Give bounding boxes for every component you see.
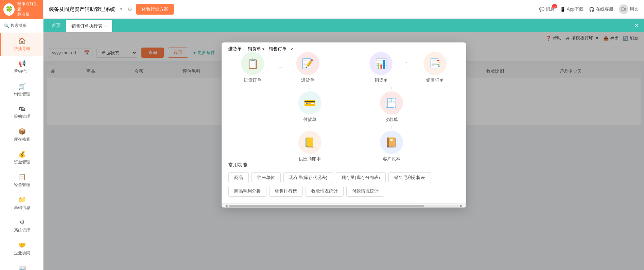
- search-menu-button[interactable]: 🔍 搜索菜单: [3, 21, 40, 30]
- flow-item-sales-bill[interactable]: 📊 销货单: [369, 52, 393, 83]
- sidebar-item-basic[interactable]: 📁 基础信息: [0, 192, 43, 215]
- basic-icon: 📁: [18, 196, 26, 203]
- flow-col-receipt: 🧾 收款单: [364, 91, 419, 123]
- tab-home[interactable]: 首页: [46, 19, 66, 32]
- topbar: 装备及固定资产辅助管理系统 ▼ ⚙ 体验行业方案 💬 消息 5 📱 App下载 …: [43, 0, 644, 19]
- arrow-purchase-order-to-bill: →: [277, 64, 283, 71]
- sidebar-item-finance[interactable]: 💰 资金管理: [0, 146, 43, 169]
- payment-icon: 💳: [304, 97, 316, 109]
- flow-item-payment[interactable]: 💳 付款单: [298, 91, 321, 123]
- down-arrow-payment: ↓: [309, 123, 311, 131]
- logo-icon: 🍀: [3, 3, 15, 16]
- dropdown-arrow-icon[interactable]: ▼: [119, 7, 123, 12]
- app-download-action[interactable]: 📱 App下载: [560, 6, 584, 12]
- func-btn-product-profit[interactable]: 商品毛利分析: [228, 186, 266, 197]
- enterprise-icon: 🤝: [18, 241, 26, 249]
- message-icon: 💬: [539, 7, 544, 12]
- flow-diagram: 进货单 ... 销货单 <-- 销售订单 --> 📋 进货订单: [222, 42, 466, 162]
- v-arrow-purchase-bill: ↓: [283, 83, 337, 91]
- func-btn-partner[interactable]: 往来单位: [251, 172, 281, 183]
- purchase-bill-label: 进货单: [301, 77, 314, 83]
- payment-label: 付款单: [303, 116, 316, 123]
- trial-button[interactable]: 体验行业方案: [136, 4, 174, 15]
- receipt-icon: 🧾: [385, 97, 397, 109]
- sales-icon: 🛒: [18, 83, 26, 90]
- common-functions-title: 常用功能: [228, 162, 459, 168]
- flow-item-receipt[interactable]: 🧾 收款单: [380, 91, 403, 123]
- func-btn-stock-dist[interactable]: 现存量(库存分布表): [336, 172, 386, 183]
- download-icon: 📱: [560, 7, 565, 12]
- scrollbar-track[interactable]: [229, 205, 459, 207]
- tab-close-icon[interactable]: ×: [104, 24, 107, 29]
- payment-circle: 💳: [298, 91, 321, 114]
- flow-item-supplier-book[interactable]: 📒 供应商账本: [298, 131, 321, 162]
- main-area: 装备及固定资产辅助管理系统 ▼ ⚙ 体验行业方案 💬 消息 5 📱 App下载 …: [43, 0, 644, 270]
- flow-col-payment: 💳 付款单: [283, 91, 337, 123]
- flow-col-purchase-bill: 📝 进货单: [283, 52, 332, 83]
- supplier-book-label: 供应商账本: [299, 156, 321, 162]
- sales-bill-label: 销货单: [375, 77, 388, 83]
- flow-col-sales-order: 📑 销售订单: [411, 52, 459, 83]
- marketing-icon: 📢: [18, 60, 26, 67]
- receipt-circle: 🧾: [380, 91, 403, 114]
- flow-col-supplier-book: 📒 供应商账本: [283, 131, 337, 162]
- flow-item-purchase-bill[interactable]: 📝 进货单: [296, 52, 319, 83]
- modal-dialog: 进货单 ... 销货单 <-- 销售订单 --> 📋 进货订单: [222, 42, 466, 208]
- func-btn-sales-profit[interactable]: 销售毛利分析表: [388, 172, 431, 183]
- scroll-left-arrow[interactable]: ◀: [224, 204, 229, 208]
- customer-book-icon: 📔: [385, 137, 397, 148]
- flow-row-1: 📋 进货订单 → 📝: [228, 52, 459, 83]
- sales-order-icon: 📑: [429, 58, 441, 69]
- func-btn-receipt-stats[interactable]: 收款情况统计: [306, 186, 344, 197]
- tabbar-close-icon[interactable]: ✕: [631, 21, 641, 30]
- guide-icon: 📖: [18, 264, 26, 270]
- flow-item-purchase-order[interactable]: 📋 进货订单: [241, 52, 264, 83]
- user-action[interactable]: Ea 用友: [619, 4, 639, 14]
- sidebar-nav: 🏠 快捷导航 📢 营销推广 🛒 销售管理 🛍 采购管理 📦 库存核算 💰: [0, 33, 43, 270]
- scroll-right-arrow[interactable]: ▶: [459, 204, 464, 208]
- settings-gear-icon[interactable]: ⚙: [127, 6, 132, 13]
- tab-sales-exec[interactable]: 销售订单执行表 ×: [66, 20, 112, 32]
- sidebar: 🍀 畅康通好生意 标准版 🔍 搜索菜单 🏠 快捷导航 📢 营销推广 🛒: [0, 0, 43, 270]
- flow-row-3: 📒 供应商账本 📔: [283, 131, 459, 162]
- arrow-sales-order-to-bill: - - ←: [405, 59, 411, 76]
- online-service-action[interactable]: 🎧 在线客服: [589, 6, 613, 12]
- sales-order-circle: 📑: [423, 52, 447, 75]
- flow-item-sales-order[interactable]: 📑 销售订单: [423, 52, 447, 83]
- flow-item-customer-book[interactable]: 📔 客户账本: [380, 131, 403, 162]
- func-btn-payment-stats[interactable]: 付款情况统计: [346, 186, 384, 197]
- content-area: ❓ 帮助 🖨 按模板打印 ▼ 📤 导出 🔄 刷新: [43, 32, 644, 270]
- flow-col-purchase-order: 📋 进货订单: [228, 52, 277, 83]
- sidebar-item-guide[interactable]: 📖 新手引导: [0, 260, 43, 270]
- sidebar-item-system[interactable]: ⚙ 系统管理: [0, 215, 43, 237]
- message-action[interactable]: 💬 消息 5: [539, 6, 555, 12]
- sidebar-item-inventory[interactable]: 📦 库存核算: [0, 124, 43, 146]
- system-icon: ⚙: [19, 219, 25, 226]
- modal-scrollbar: ◀ ▶: [222, 203, 466, 208]
- flow-row-arrows-2: ↓ ↓: [283, 123, 459, 131]
- purchase-icon: 🛍: [19, 105, 25, 112]
- sidebar-item-sales[interactable]: 🛒 销售管理: [0, 78, 43, 101]
- func-btn-sales-rank[interactable]: 销售排行榜: [269, 186, 303, 197]
- down-arrow-sales: ↓: [390, 83, 393, 91]
- sidebar-item-enterprise[interactable]: 🤝 企业协同: [0, 237, 43, 260]
- supplier-book-icon: 📒: [304, 137, 316, 148]
- supplier-book-circle: 📒: [298, 131, 321, 154]
- inventory-icon: 📦: [18, 128, 26, 135]
- modal-overlay[interactable]: 进货单 ... 销货单 <-- 销售订单 --> 📋 进货订单: [43, 32, 644, 270]
- sidebar-item-business[interactable]: 📋 经营管理: [0, 169, 43, 192]
- home-icon: 🏠: [18, 37, 26, 44]
- receipt-label: 收款单: [385, 116, 398, 123]
- online-service-label: 在线客服: [596, 6, 613, 12]
- customer-book-circle: 📔: [380, 131, 403, 154]
- sidebar-search-area: 🔍 搜索菜单: [0, 19, 43, 33]
- func-btn-product[interactable]: 商品: [228, 172, 249, 183]
- sidebar-item-quick-nav[interactable]: 🏠 快捷导航: [0, 33, 43, 56]
- sidebar-item-marketing[interactable]: 📢 营销推广: [0, 56, 43, 78]
- sales-bill-icon: 📊: [375, 58, 387, 69]
- sidebar-item-purchase[interactable]: 🛍 采购管理: [0, 101, 43, 124]
- topbar-actions: 💬 消息 5 📱 App下载 🎧 在线客服 Ea 用友: [539, 4, 639, 14]
- func-btn-stock-status[interactable]: 现存量(库存状况表): [283, 172, 333, 183]
- scrollbar-thumb: [229, 205, 424, 207]
- search-icon: 🔍: [4, 23, 9, 28]
